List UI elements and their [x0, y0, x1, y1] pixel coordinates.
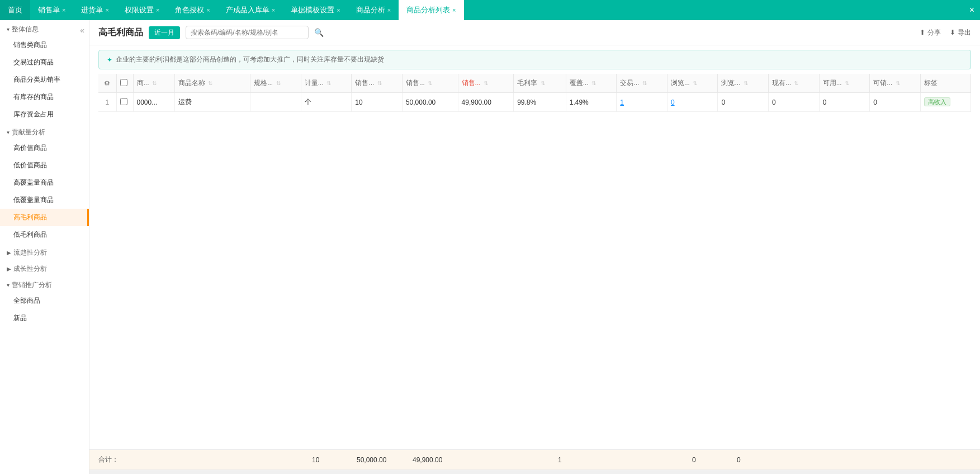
nav-close-product-analysis-list[interactable]: × [452, 7, 456, 13]
nav-roles[interactable]: 角色授权 × [167, 0, 217, 20]
content-area: 高毛利商品 近一月 🔍 ⬆ 分享 ⬇ 导出 ✦ 企业的主要的利润都是这部分商品创… [89, 20, 980, 474]
nav-permissions[interactable]: 权限设置 × [117, 0, 167, 20]
table-row: 1 0000... 运费 个 10 50,000.00 49,900.00 99… [98, 93, 971, 112]
col-views2[interactable]: 浏览... ⇅ [718, 74, 769, 93]
top-navigation: 首页 销售单 × 进货单 × 权限设置 × 角色授权 × 产成品入库单 × 单据… [0, 0, 980, 20]
footer-values: 10 50,000.00 49,900.00 1 0 0 [152, 456, 778, 464]
sidebar-group-contribution[interactable]: ▾ 贡献量分析 [0, 123, 89, 139]
col-name[interactable]: 商品名称 ⇅ [175, 74, 250, 93]
sort-icon-spec: ⇅ [276, 80, 281, 86]
col-views1[interactable]: 浏览... ⇅ [667, 74, 718, 93]
sidebar-item-high-margin[interactable]: 高毛利商品 [0, 209, 89, 226]
data-table: ⚙ 商... ⇅ 商品名称 ⇅ [98, 74, 971, 112]
sort-icon-available-stock: ⇅ [845, 80, 849, 86]
col-sales-amt[interactable]: 销售... ⇅ [402, 74, 458, 93]
sidebar-item-sales-goods[interactable]: 销售类商品 [0, 36, 89, 54]
sidebar-group-flow[interactable]: ▶ 流趋性分析 [0, 243, 89, 260]
sort-icon-saleable-stock: ⇅ [896, 80, 900, 86]
table-footer: 合计： 10 50,000.00 49,900.00 1 0 0 [89, 449, 980, 470]
sidebar-group-growth-arrow: ▶ [7, 266, 11, 272]
select-all-checkbox[interactable] [120, 79, 127, 86]
share-icon: ⬆ [920, 29, 925, 36]
col-tag[interactable]: 标签 [920, 74, 970, 93]
footer-empty2 [510, 456, 555, 464]
nav-close-product-analysis[interactable]: × [387, 7, 391, 13]
sidebar-group-growth[interactable]: ▶ 成长性分析 [0, 260, 89, 276]
sort-icon-code: ⇅ [152, 80, 157, 86]
sort-icon-views1: ⇅ [693, 80, 697, 86]
sidebar-item-all-goods[interactable]: 全部商品 [0, 292, 89, 309]
search-input[interactable] [186, 26, 309, 39]
col-gross-margin[interactable]: 毛利率 ⇅ [514, 74, 566, 93]
sort-icon-views2: ⇅ [744, 80, 748, 86]
sidebar-group-overall-arrow: ▾ [7, 26, 10, 32]
sidebar-item-low-coverage[interactable]: 低覆盖量商品 [0, 191, 89, 209]
sidebar-item-high-value[interactable]: 高价值商品 [0, 139, 89, 157]
sidebar-item-low-margin[interactable]: 低毛利商品 [0, 226, 89, 243]
search-button[interactable]: 🔍 [314, 28, 324, 37]
nav-close-inbound[interactable]: × [272, 7, 275, 13]
sidebar-item-high-coverage[interactable]: 高覆盖量商品 [0, 174, 89, 191]
cell-code: 0000... [133, 93, 175, 112]
sidebar-item-stocked-goods[interactable]: 有库存的商品 [0, 88, 89, 106]
cell-available-stock: 0 [819, 93, 870, 112]
sidebar-item-traded-goods[interactable]: 交易过的商品 [0, 54, 89, 71]
bottom-scrollbar[interactable] [89, 470, 980, 474]
sort-icon-transactions: ⇅ [642, 80, 647, 86]
col-sales-qty[interactable]: 销售... ⇅ [352, 74, 403, 93]
sidebar-group-marketing[interactable]: ▾ 营销推广分析 [0, 276, 89, 292]
sidebar-item-stock-capital[interactable]: 库存资金占用 [0, 106, 89, 123]
col-transactions[interactable]: 交易... ⇅ [617, 74, 667, 93]
nav-inbound[interactable]: 产成品入库单 × [218, 0, 283, 20]
cell-checkbox[interactable] [116, 93, 133, 112]
cell-unit: 个 [301, 93, 352, 112]
sidebar-item-new-goods[interactable]: 新品 [0, 309, 89, 327]
nav-close-purchase-order[interactable]: × [105, 7, 108, 13]
settings-icon[interactable]: ⚙ [104, 79, 110, 87]
nav-home[interactable]: 首页 [0, 0, 30, 20]
content-header: 高毛利商品 近一月 🔍 ⬆ 分享 ⬇ 导出 [89, 20, 980, 45]
col-saleable-stock[interactable]: 可销... ⇅ [870, 74, 921, 93]
nav-template[interactable]: 单据模板设置 × [283, 0, 348, 20]
sort-icon-name: ⇅ [208, 80, 212, 86]
col-code[interactable]: 商... ⇅ [133, 74, 175, 93]
cell-coverage: 1.49% [566, 93, 617, 112]
col-coverage[interactable]: 覆盖... ⇅ [566, 74, 617, 93]
sidebar-item-category-rate[interactable]: 商品分类助销率 [0, 71, 89, 88]
nav-close-roles[interactable]: × [206, 7, 210, 13]
main-layout: « ▾ 整体信息 销售类商品 交易过的商品 商品分类助销率 有库存的商品 库存资… [0, 20, 980, 474]
cell-tag: 高收入 [920, 93, 970, 112]
footer-empty3 [599, 456, 644, 464]
nav-close-sales-order[interactable]: × [62, 7, 65, 13]
info-icon: ✦ [107, 56, 112, 64]
footer-label: 合计： [98, 455, 119, 464]
col-unit[interactable]: 计量... ⇅ [301, 74, 352, 93]
nav-product-analysis[interactable]: 商品分析 × [348, 0, 399, 20]
table-container[interactable]: ⚙ 商... ⇅ 商品名称 ⇅ [89, 74, 980, 449]
cell-sales-qty: 10 [352, 93, 403, 112]
cell-views1[interactable]: 0 [667, 93, 718, 112]
nav-product-analysis-list[interactable]: 商品分析列表 × [399, 0, 463, 20]
export-button[interactable]: ⬇ 导出 [950, 28, 971, 37]
nav-sales-order[interactable]: 销售单 × [30, 0, 73, 20]
sidebar-item-low-value[interactable]: 低价值商品 [0, 157, 89, 174]
nav-close-permissions[interactable]: × [156, 7, 159, 13]
period-button[interactable]: 近一月 [149, 26, 180, 39]
share-button[interactable]: ⬆ 分享 [920, 28, 941, 37]
sidebar-collapse-btn[interactable]: « [80, 26, 84, 35]
col-current-stock[interactable]: 现有... ⇅ [769, 74, 820, 93]
col-available-stock[interactable]: 可用... ⇅ [819, 74, 870, 93]
nav-close-template[interactable]: × [337, 7, 340, 13]
col-settings[interactable]: ⚙ [98, 74, 116, 93]
sidebar-group-overall[interactable]: ▾ 整体信息 [0, 20, 89, 36]
footer-current-stock: 0 [689, 456, 733, 464]
col-checkbox[interactable] [116, 74, 133, 93]
col-sales-profit[interactable]: 销售... ⇅ [458, 74, 514, 93]
cell-transactions[interactable]: 1 [617, 93, 667, 112]
nav-purchase-order[interactable]: 进货单 × [73, 0, 116, 20]
cell-name: 运费 [175, 93, 250, 112]
sort-icon-unit: ⇅ [326, 80, 331, 86]
col-spec[interactable]: 规格... ⇅ [250, 74, 301, 93]
row-checkbox[interactable] [120, 98, 127, 105]
close-all-tabs[interactable]: × [969, 5, 974, 15]
